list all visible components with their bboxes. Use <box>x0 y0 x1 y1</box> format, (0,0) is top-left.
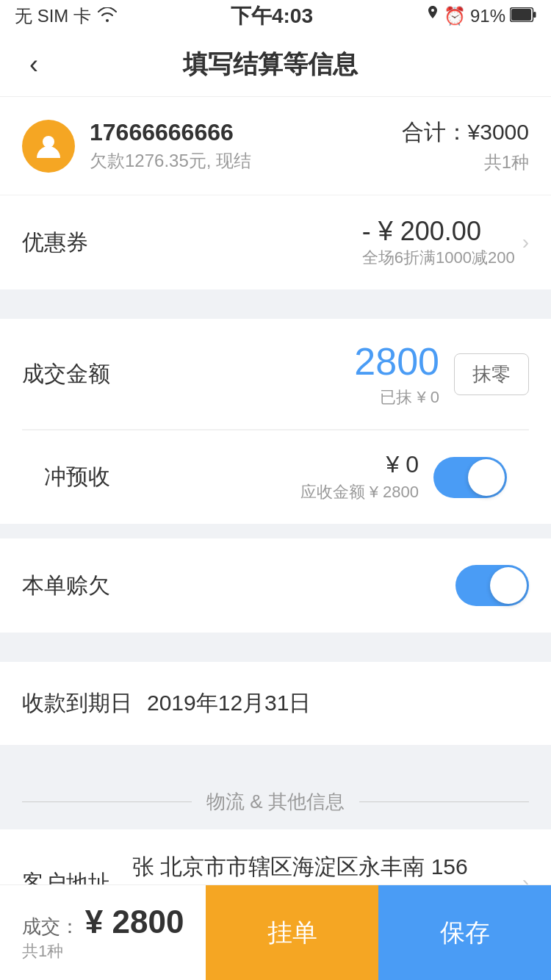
wifi-icon <box>97 6 118 26</box>
customer-right: 合计：¥3000 共1种 <box>402 118 529 174</box>
avatar <box>22 120 75 173</box>
due-date-label: 收款到期日 <box>22 688 132 718</box>
back-button[interactable]: ‹ <box>22 42 46 87</box>
divider-line-left <box>22 801 192 802</box>
due-date-row: 收款到期日 2019年12月31日 <box>0 662 551 745</box>
svg-rect-2 <box>533 12 536 18</box>
bottom-summary: 成交： ¥ 2800 共1种 <box>0 885 206 980</box>
divider-line-right <box>359 801 529 802</box>
customer-sub-info: 欠款1276.35元, 现结 <box>90 149 251 173</box>
page-title: 填写结算等信息 <box>46 48 495 82</box>
prepay-amount: ¥ 0 <box>300 451 419 478</box>
deal-amount-value: 2800 <box>354 339 439 383</box>
logistics-label: 物流 & 其他信息 <box>206 789 345 815</box>
location-icon <box>426 6 439 26</box>
debt-label: 本单赊欠 <box>22 571 110 601</box>
section-gap-3 <box>0 647 551 662</box>
total-amount: 合计：¥3000 <box>402 118 529 148</box>
bottom-bar: 成交： ¥ 2800 共1种 挂单 保存 <box>0 884 551 980</box>
customer-phone: 17666666666 <box>90 119 251 146</box>
section-gap-1 <box>0 304 551 319</box>
content-area: 17666666666 欠款1276.35元, 现结 合计：¥3000 共1种 … <box>0 97 551 980</box>
prepay-row: 冲预收 ¥ 0 应收金额 ¥ 2800 <box>22 430 529 524</box>
coupon-discount: - ¥ 200.00 <box>362 216 515 247</box>
toggle-knob <box>468 459 505 496</box>
bottom-deal-amount: ¥ 2800 <box>85 904 184 940</box>
prepay-label: 冲预收 <box>44 462 110 492</box>
coupon-row[interactable]: 优惠券 - ¥ 200.00 全场6折满1000减200 › <box>0 195 551 289</box>
status-bar: 无 SIM 卡 下午4:03 ⏰ 91% <box>0 0 551 32</box>
amount-section: 成交金额 2800 已抹 ¥ 0 抹零 冲预收 ¥ 0 应收金额 ¥ 2800 <box>0 319 551 524</box>
status-time: 下午4:03 <box>231 2 313 30</box>
battery-icon <box>510 6 536 26</box>
save-button[interactable]: 保存 <box>378 885 551 980</box>
customer-card: 17666666666 欠款1276.35元, 现结 合计：¥3000 共1种 … <box>0 97 551 289</box>
section-gap-4 <box>0 760 551 774</box>
debt-toggle-knob <box>490 567 527 604</box>
logistics-divider: 物流 & 其他信息 <box>0 774 551 829</box>
deal-amount-row: 成交金额 2800 已抹 ¥ 0 抹零 <box>22 319 529 430</box>
sim-text: 无 SIM 卡 <box>15 4 91 28</box>
prepay-toggle[interactable] <box>433 457 507 498</box>
deal-amount-sub: 已抹 ¥ 0 <box>354 386 439 408</box>
section-gap-2 <box>0 524 551 538</box>
svg-rect-1 <box>511 9 531 21</box>
round-zero-button[interactable]: 抹零 <box>454 353 529 395</box>
coupon-label: 优惠券 <box>22 228 88 258</box>
debt-row: 本单赊欠 <box>0 538 551 633</box>
status-right: ⏰ 91% <box>426 6 536 26</box>
total-count: 共1种 <box>402 151 529 174</box>
coupon-chevron-icon: › <box>522 231 529 254</box>
nav-bar: ‹ 填写结算等信息 <box>0 32 551 97</box>
due-date-value: 2019年12月31日 <box>147 688 311 718</box>
debt-card: 本单赊欠 <box>0 538 551 633</box>
deal-amount-label: 成交金额 <box>22 359 110 389</box>
alarm-icon: ⏰ <box>444 6 466 26</box>
prepay-sub: 应收金额 ¥ 2800 <box>300 481 419 503</box>
bottom-deal-count: 共1种 <box>22 940 184 962</box>
coupon-desc: 全场6折满1000减200 <box>362 247 515 269</box>
bottom-deal-label: 成交： <box>22 915 79 937</box>
hang-button[interactable]: 挂单 <box>206 885 378 980</box>
due-date-card: 收款到期日 2019年12月31日 <box>0 662 551 745</box>
status-left: 无 SIM 卡 <box>15 4 118 28</box>
customer-row: 17666666666 欠款1276.35元, 现结 合计：¥3000 共1种 <box>0 97 551 195</box>
svg-point-3 <box>43 136 54 148</box>
debt-toggle[interactable] <box>455 565 529 606</box>
battery-percent: 91% <box>470 6 505 26</box>
